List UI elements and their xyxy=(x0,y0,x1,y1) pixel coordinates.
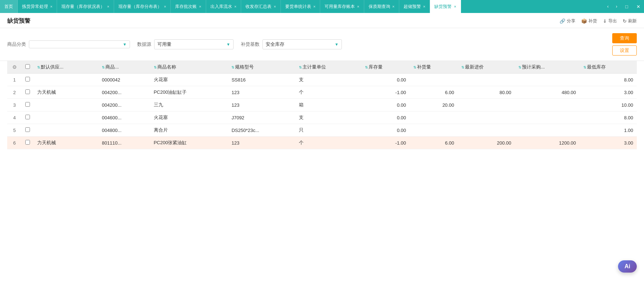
col-checkbox[interactable] xyxy=(22,61,34,74)
tab-abnormal[interactable]: 拣货异常处理× xyxy=(18,0,57,13)
tab-close-stock-dist[interactable]: × xyxy=(164,4,166,9)
row-checkbox[interactable] xyxy=(22,99,34,111)
settings-button[interactable]: 设置 xyxy=(612,45,637,56)
tab-demand[interactable]: 要货单统计表× xyxy=(281,0,320,13)
cell-spec: 123 xyxy=(228,99,295,111)
tab-overstock[interactable]: 超储预警× xyxy=(399,0,430,13)
tab-batch[interactable]: 库存批次账× xyxy=(171,0,206,13)
tab-close-shortage[interactable]: × xyxy=(454,4,456,9)
cell-latest-price xyxy=(458,99,515,111)
cell-code: 004200... xyxy=(98,99,150,111)
cell-restock: 6.00 xyxy=(410,137,458,149)
tab-close-overstock[interactable]: × xyxy=(423,4,425,9)
row-checkbox-input[interactable] xyxy=(25,77,30,81)
restock-btn[interactable]: 📦 补货 xyxy=(581,18,597,24)
row-checkbox-input[interactable] xyxy=(25,102,30,107)
cell-stock: 0.00 xyxy=(361,74,409,86)
col-latest-price[interactable]: ⇅最新进价 xyxy=(458,61,515,74)
tab-close-batch[interactable]: × xyxy=(199,4,201,9)
col-name[interactable]: ⇅商品名称 xyxy=(150,61,228,74)
tab-shortage[interactable]: 缺货预警× xyxy=(430,0,461,13)
tab-inout[interactable]: 出入库流水× xyxy=(206,0,241,13)
cell-supplier xyxy=(34,111,98,124)
cell-min-stock: 8.00 xyxy=(580,74,637,86)
col-restock[interactable]: ⇅补货量 xyxy=(410,61,458,74)
tab-next-btn[interactable]: › xyxy=(612,0,621,13)
tab-label-stock-status: 现存量（库存状况表） xyxy=(61,4,105,10)
row-checkbox[interactable] xyxy=(22,86,34,99)
tab-close-available[interactable]: × xyxy=(357,4,359,9)
page-title: 缺货预警 xyxy=(7,17,30,25)
datasource-select[interactable]: 可用量 ▼ xyxy=(154,39,234,49)
cell-min-stock: 3.00 xyxy=(580,137,637,149)
col-stock[interactable]: ⇅库存量 xyxy=(361,61,409,74)
tab-stock-status[interactable]: 现存量（库存状况表）× xyxy=(57,0,114,13)
col-gear[interactable]: ⚙ xyxy=(7,61,22,74)
row-checkbox[interactable] xyxy=(22,137,34,149)
tab-label-expiry: 保质期查询 xyxy=(369,4,390,10)
table-row: 5004800...离合片DS250*23c...只0.001.00 xyxy=(7,124,637,137)
cell-spec: 123 xyxy=(228,137,295,149)
cell-latest-price xyxy=(458,111,515,124)
cell-min-stock: 1.00 xyxy=(580,124,637,137)
row-checkbox-input[interactable] xyxy=(25,127,30,132)
cell-stock: -1.00 xyxy=(361,137,409,149)
cell-unit: 支 xyxy=(295,74,361,86)
category-select[interactable]: ▼ xyxy=(29,40,130,48)
refresh-btn[interactable]: ↻ 刷新 xyxy=(623,18,637,24)
row-checkbox[interactable] xyxy=(22,74,34,86)
share-btn[interactable]: 🔗 分享 xyxy=(560,18,575,24)
row-checkbox-input[interactable] xyxy=(25,89,30,94)
row-checkbox-input[interactable] xyxy=(25,140,30,145)
tab-close-expiry[interactable]: × xyxy=(392,4,395,9)
tab-home[interactable]: 首页 xyxy=(0,0,18,13)
tab-label-stock-dist: 现存量（库存分布表） xyxy=(118,4,162,10)
tab-close-stock-status[interactable]: × xyxy=(107,4,109,9)
row-checkbox[interactable] xyxy=(22,111,34,124)
table-wrap: ⚙ ⇅默认供应... ⇅商品... ⇅商品名称 ⇅规格型号 ⇅主计量单位 ⇅库存… xyxy=(0,61,644,149)
cell-name: 离合片 xyxy=(150,124,228,137)
tab-close-abnormal[interactable]: × xyxy=(50,4,52,9)
tab-available[interactable]: 可用量库存账本× xyxy=(320,0,364,13)
cell-unit: 只 xyxy=(295,124,361,137)
restock-arrow-icon: ▼ xyxy=(335,42,339,47)
cell-latest-price xyxy=(458,124,515,137)
col-min-stock[interactable]: ⇅最低库存 xyxy=(580,61,637,74)
restock-select[interactable]: 安全库存 ▼ xyxy=(262,39,342,49)
query-button[interactable]: 查询 xyxy=(612,33,637,43)
tab-expiry[interactable]: 保质期查询× xyxy=(364,0,399,13)
ai-badge[interactable]: Ai xyxy=(618,260,637,273)
cell-min-stock: 8.00 xyxy=(580,111,637,124)
col-supplier[interactable]: ⇅默认供应... xyxy=(34,61,98,74)
row-num: 4 xyxy=(7,111,22,124)
col-unit[interactable]: ⇅主计量单位 xyxy=(295,61,361,74)
gear-settings-icon[interactable]: ⚙ xyxy=(12,64,17,70)
col-est-purchase[interactable]: ⇅预计采购... xyxy=(515,61,579,74)
tab-collect[interactable]: 收发存汇总表× xyxy=(241,0,280,13)
tab-close-inout[interactable]: × xyxy=(234,4,236,9)
cell-est-purchase: 1200.00 xyxy=(515,137,579,149)
tab-label-overstock: 超储预警 xyxy=(404,4,421,10)
cell-restock xyxy=(410,124,458,137)
table-row: 2力天机械004200...PC200油缸缸子123个-1.006.0080.0… xyxy=(7,86,637,99)
cell-code: 801110... xyxy=(98,137,150,149)
tab-close-collect[interactable]: × xyxy=(274,4,276,9)
window-restore-btn[interactable]: □ xyxy=(621,0,632,13)
row-checkbox-input[interactable] xyxy=(25,115,30,119)
cell-unit: 个 xyxy=(295,137,361,149)
export-btn[interactable]: ⇓ 导出 xyxy=(603,18,617,24)
row-num: 2 xyxy=(7,86,22,99)
row-checkbox[interactable] xyxy=(22,124,34,137)
tab-close-demand[interactable]: × xyxy=(313,4,316,9)
col-spec[interactable]: ⇅规格型号 xyxy=(228,61,295,74)
export-icon: ⇓ xyxy=(603,18,607,24)
window-close-btn[interactable]: ✕ xyxy=(632,0,644,13)
tab-stock-dist[interactable]: 现存量（库存分布表）× xyxy=(114,0,171,13)
tab-prev-btn[interactable]: ‹ xyxy=(604,0,612,13)
datasource-arrow-icon: ▼ xyxy=(226,42,230,47)
cell-supplier: 力天机械 xyxy=(34,137,98,149)
cell-name: PC200张紧油缸 xyxy=(150,137,228,149)
col-code[interactable]: ⇅商品... xyxy=(98,61,150,74)
cell-name: 火花塞 xyxy=(150,111,228,124)
select-all-checkbox[interactable] xyxy=(25,64,30,69)
